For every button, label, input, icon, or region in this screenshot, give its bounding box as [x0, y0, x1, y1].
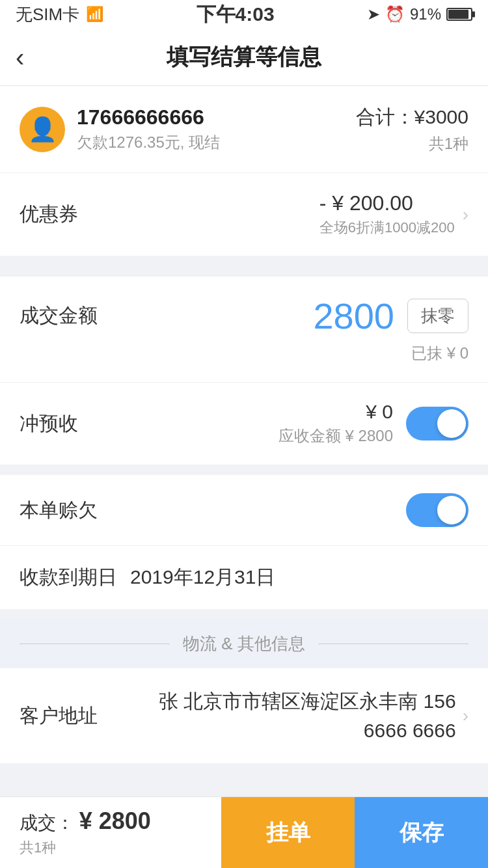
due-date-label: 收款到期日 — [20, 564, 117, 591]
logistics-line-left — [20, 644, 170, 644]
prepay-amount-col: ¥ 0 应收金额 ¥ 2800 — [278, 401, 393, 446]
customer-phone: 17666666666 — [77, 105, 220, 129]
bottom-trans-label: 成交： — [20, 813, 74, 833]
customer-info: 17666666666 欠款1276.35元, 现结 — [77, 105, 220, 153]
customer-left: 👤 17666666666 欠款1276.35元, 现结 — [20, 105, 220, 153]
customer-section: 👤 17666666666 欠款1276.35元, 现结 合计：¥3000 共1… — [0, 86, 488, 256]
address-row[interactable]: 客户地址 张 北京市市辖区海淀区永丰南 156 6666 6666 › — [0, 668, 488, 763]
logistics-text: 物流 & 其他信息 — [183, 632, 305, 655]
total-count: 共1种 — [356, 133, 468, 154]
coupon-discount: - ¥ 200.00 — [319, 191, 455, 215]
coupon-detail: 全场6折满1000减200 — [319, 218, 455, 237]
avatar-icon: 👤 — [28, 116, 57, 143]
prepay-row: 冲预收 ¥ 0 应收金额 ¥ 2800 — [0, 382, 488, 465]
address-right: 张 北京市市辖区海淀区永丰南 156 6666 6666 › — [111, 686, 468, 745]
location-icon: ➤ — [367, 5, 380, 23]
bottom-count: 共1种 — [20, 838, 202, 858]
debt-section: 本单赊欠 — [0, 465, 488, 545]
transaction-label: 成交金额 — [20, 303, 98, 329]
transaction-sub: 已抹 ¥ 0 — [411, 344, 468, 362]
prepay-amount: ¥ 0 — [278, 401, 393, 423]
coupon-label: 优惠券 — [20, 201, 78, 228]
status-time: 下午4:03 — [197, 1, 275, 28]
alarm-icon: ⏰ — [385, 5, 405, 23]
address-value: 张 北京市市辖区海淀区永丰南 156 6666 6666 — [111, 686, 456, 745]
coupon-row[interactable]: 优惠券 - ¥ 200.00 全场6折满1000减200 › — [0, 172, 488, 256]
debt-toggle-knob — [437, 496, 466, 524]
transaction-amount-row: 2800 抹零 — [313, 295, 468, 337]
avatar: 👤 — [20, 107, 65, 152]
battery-percent: 91% — [410, 5, 441, 23]
customer-row: 👤 17666666666 欠款1276.35元, 现结 合计：¥3000 共1… — [0, 86, 488, 172]
transaction-section: 成交金额 2800 抹零 已抹 ¥ 0 — [0, 277, 488, 382]
back-button[interactable]: ‹ — [16, 44, 24, 70]
due-date-inner: 收款到期日 2019年12月31日 — [20, 564, 468, 591]
total-amount: 合计：¥3000 — [356, 104, 468, 131]
coupon-arrow-icon: › — [463, 204, 468, 225]
logistics-line-right — [318, 644, 468, 644]
section-divider-1 — [0, 266, 488, 277]
address-arrow-icon: › — [463, 705, 468, 726]
carrier-text: 无SIM卡 — [16, 3, 79, 26]
bottom-bar: 成交： ¥ 2800 共1种 挂单 保存 — [0, 796, 488, 868]
prepay-sub: 应收金额 ¥ 2800 — [278, 426, 393, 446]
status-left: 无SIM卡 📶 — [16, 3, 103, 26]
bottom-trans-amount: 成交： ¥ 2800 — [20, 807, 202, 835]
customer-right: 合计：¥3000 共1种 — [356, 104, 468, 154]
address-label: 客户地址 — [20, 703, 98, 729]
battery-fill — [448, 10, 468, 19]
prepay-label: 冲预收 — [20, 411, 78, 437]
toggle-knob — [437, 409, 466, 438]
debt-label: 本单赊欠 — [20, 497, 98, 524]
coupon-right: - ¥ 200.00 全场6折满1000减200 › — [319, 191, 468, 237]
save-button[interactable]: 保存 — [355, 797, 488, 869]
logistics-header: 物流 & 其他信息 — [0, 609, 488, 668]
wifi-icon: 📶 — [86, 6, 103, 23]
customer-subtitle: 欠款1276.35元, 现结 — [77, 132, 220, 153]
prepay-right: ¥ 0 应收金额 ¥ 2800 — [278, 401, 468, 446]
prepay-toggle[interactable] — [406, 407, 468, 441]
bottom-summary: 成交： ¥ 2800 共1种 — [0, 807, 221, 858]
nav-title: 填写结算等信息 — [167, 42, 321, 72]
content: 👤 17666666666 欠款1276.35元, 现结 合计：¥3000 共1… — [0, 86, 488, 868]
battery-bar — [446, 8, 472, 21]
bottom-trans-value: ¥ 2800 — [79, 807, 151, 834]
battery-tip — [472, 12, 475, 18]
status-right: ➤ ⏰ 91% — [367, 5, 472, 23]
round-button[interactable]: 抹零 — [407, 299, 468, 333]
transaction-sub-row: 已抹 ¥ 0 — [20, 342, 468, 364]
coupon-info: - ¥ 200.00 全场6折满1000减200 — [319, 191, 455, 237]
hang-order-button[interactable]: 挂单 — [221, 797, 355, 869]
due-date-section: 收款到期日 2019年12月31日 — [0, 545, 488, 609]
due-date-value: 2019年12月31日 — [130, 564, 275, 591]
status-bar: 无SIM卡 📶 下午4:03 ➤ ⏰ 91% — [0, 0, 488, 29]
transaction-amount: 2800 — [313, 295, 394, 337]
debt-toggle[interactable] — [406, 493, 468, 527]
nav-bar: ‹ 填写结算等信息 — [0, 29, 488, 86]
transaction-row: 成交金额 2800 抹零 — [20, 295, 468, 337]
